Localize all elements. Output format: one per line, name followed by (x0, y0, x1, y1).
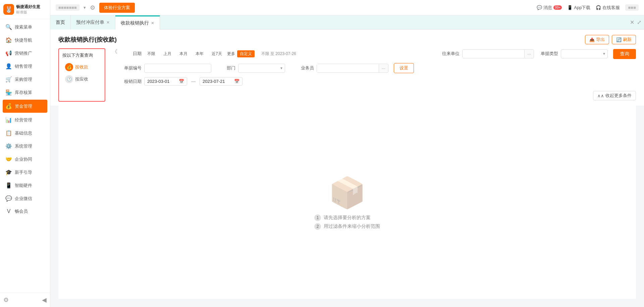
verify-date-start-cal-icon[interactable]: 📅 (179, 79, 184, 84)
verify-date-start-wrapper: 📅 (144, 77, 187, 86)
tab-prepay-reconcile[interactable]: 预付冲应付单 ✕ (71, 15, 115, 30)
industry-btn[interactable]: 体验行业方案 (99, 3, 135, 13)
topbar-right: 💬 消息 99+ 📱 App下载 🎧 在线客服 ■■■ (537, 4, 639, 11)
doc-no-label: 单据编号 (123, 65, 142, 71)
sidebar-item-purchase[interactable]: 🛒 采购管理 (0, 73, 50, 86)
partner-label: 往来单位 (441, 51, 460, 57)
date-last-7-btn[interactable]: 近7天 (209, 50, 225, 58)
filter-row-2: 单据编号 部门 业务员 (123, 63, 636, 73)
sidebar-item-weixin[interactable]: 💬 企业微信 (0, 192, 50, 205)
empty-hint-2: 2 用过滤条件来缩小分析范围 (314, 223, 380, 230)
sidebar-item-label: 销售管理 (15, 63, 32, 69)
sidebar-item-guide[interactable]: 🎓 新手引导 (0, 166, 50, 179)
employee-input[interactable] (317, 64, 379, 72)
tab-receipt-reconcile[interactable]: 收款核销执行 ✕ (115, 15, 160, 30)
date-this-month-btn[interactable]: 本月 (176, 50, 191, 58)
tabbar: 首页 预付冲应付单 ✕ 收款核销执行 ✕ ✕ ⤢ (50, 15, 644, 30)
sidebar-item-enterprise[interactable]: 🤝 企业协同 (0, 153, 50, 166)
query-by-receivable[interactable]: 🕐 按应收 (62, 73, 101, 85)
sidebar-item-label: 基础信息 (15, 130, 32, 136)
vip-icon: V (5, 208, 12, 214)
footer-settings-btn[interactable]: ⚙ (3, 296, 9, 304)
tab-prepay-close-icon[interactable]: ✕ (106, 20, 110, 25)
sidebar-item-hardware[interactable]: 📱 智能硬件 (0, 179, 50, 192)
topbar-settings-icon[interactable]: ⚙ (90, 4, 95, 11)
doc-type-select[interactable] (561, 49, 608, 58)
query-by-receipt[interactable]: 💰 按收款 (62, 61, 101, 73)
marketing-icon: 📢 (5, 50, 12, 56)
enterprise-icon: 🤝 (5, 156, 12, 162)
date-more-btn[interactable]: 更多 (227, 51, 235, 57)
date-custom-btn[interactable]: 自定义 (237, 50, 255, 57)
date-last-month-btn[interactable]: 上月 (160, 50, 174, 58)
hint-text-1: 请先选择要分析的方案 (324, 215, 371, 221)
message-btn[interactable]: 💬 消息 99+ (537, 5, 562, 11)
sidebar-item-sales[interactable]: 👤 销售管理 (0, 60, 50, 73)
filter-doc-type: 单据类型 (539, 49, 608, 58)
sidebar-item-label: 资金管理 (15, 103, 32, 109)
topbar: ■■■■■■■ ▾ ⚙ 体验行业方案 💬 消息 99+ 📱 App下载 🎧 在线… (50, 0, 644, 15)
sidebar-item-management[interactable]: 📊 经营管理 (0, 113, 50, 126)
sidebar-item-label: 企业微信 (15, 196, 32, 202)
query-btn[interactable]: 查询 (613, 49, 636, 59)
tab-home[interactable]: 首页 (50, 15, 71, 30)
filter-partner: 往来单位 ··· (441, 49, 534, 58)
finance-icon: 💰 (5, 103, 12, 109)
settings-btn[interactable]: 设置 (394, 63, 414, 73)
receipt-option-icon: 💰 (65, 63, 73, 71)
sidebar-item-label: 系统管理 (15, 143, 32, 149)
system-icon: ⚙️ (5, 143, 12, 149)
employee-label: 业务员 (290, 65, 314, 71)
online-service-btn[interactable]: 🎧 在线客服 (596, 5, 620, 11)
sidebar-item-quick-nav[interactable]: 🏠 快捷导航 (0, 34, 50, 47)
tab-home-label: 首页 (56, 19, 65, 25)
tab-close-all-icon[interactable]: ✕ (630, 19, 634, 25)
empty-state: 📦 1 请先选择要分析的方案 2 用过滤条件来缩小分析范围 (58, 106, 636, 299)
sales-icon: 👤 (5, 63, 12, 69)
verify-date-end-input[interactable] (203, 79, 233, 84)
sidebar-item-finance[interactable]: 💰 资金管理 (3, 100, 47, 113)
doc-no-input[interactable] (144, 64, 211, 73)
date-this-year-btn[interactable]: 本年 (193, 50, 207, 58)
receipt-option-label: 按收款 (75, 64, 88, 70)
main-area: ■■■■■■■ ▾ ⚙ 体验行业方案 💬 消息 99+ 📱 App下载 🎧 在线… (50, 0, 644, 307)
partner-input-wrapper: ··· (462, 49, 534, 58)
sidebar-item-label: 营销推广 (15, 50, 32, 56)
collapse-icon: ∧∧ (597, 93, 604, 98)
user-name: ■■■ (625, 4, 639, 11)
verify-date-separator: — (191, 79, 196, 84)
sidebar-item-basic-info[interactable]: 📋 基础信息 (0, 126, 50, 140)
empty-hints: 1 请先选择要分析的方案 2 用过滤条件来缩小分析范围 (314, 214, 380, 230)
date-filters: 不限 上月 本月 本年 近7天 更多 自定义 (144, 50, 255, 58)
partner-input[interactable] (463, 50, 524, 58)
refresh-btn[interactable]: 🔄 刷新 (612, 35, 636, 44)
collapse-conditions-btn[interactable]: ∧∧ 收起更多条件 (593, 91, 636, 100)
dept-select[interactable] (238, 64, 285, 73)
sidebar-item-search[interactable]: 🔍 搜索菜单 (0, 20, 50, 34)
employee-ellipsis-btn[interactable]: ··· (379, 64, 388, 72)
sidebar-item-label: 搜索菜单 (15, 24, 32, 30)
sidebar-item-system[interactable]: ⚙️ 系统管理 (0, 140, 50, 153)
verify-date-end-cal-icon[interactable]: 📅 (234, 79, 239, 84)
verify-date-start-input[interactable] (147, 79, 177, 84)
tab-expand-icon[interactable]: ⤢ (637, 19, 641, 25)
date-label: 日期 (123, 51, 142, 57)
verify-date-label: 核销日期 (123, 79, 142, 85)
filter-employee: 业务员 ··· (290, 64, 388, 73)
topbar-brand: ■■■■■■■ (56, 4, 79, 11)
service-icon: 🎧 (596, 5, 601, 10)
export-btn[interactable]: 📤 导出 (585, 35, 609, 44)
panel-collapse-btn[interactable]: 《 (112, 48, 117, 102)
tab-receipt-close-icon[interactable]: ✕ (151, 21, 154, 25)
partner-ellipsis-btn[interactable]: ··· (524, 50, 534, 58)
sidebar-item-vip[interactable]: V 畅会员 (0, 205, 50, 218)
app-download-btn[interactable]: 📱 App下载 (567, 5, 590, 11)
sidebar-item-inventory[interactable]: 🏪 库存核算 (0, 86, 50, 99)
topbar-dropdown-icon[interactable]: ▾ (84, 5, 86, 10)
date-no-limit-btn[interactable]: 不限 (144, 50, 158, 58)
footer-collapse-btn[interactable]: ◀ (42, 296, 47, 304)
refresh-label: 刷新 (623, 37, 632, 43)
sidebar-item-label: 采购管理 (15, 76, 32, 83)
sidebar-item-marketing[interactable]: 📢 营销推广 (0, 47, 50, 60)
filter-date: 日期 不限 上月 本月 本年 近7天 更多 自定义 (123, 50, 255, 58)
